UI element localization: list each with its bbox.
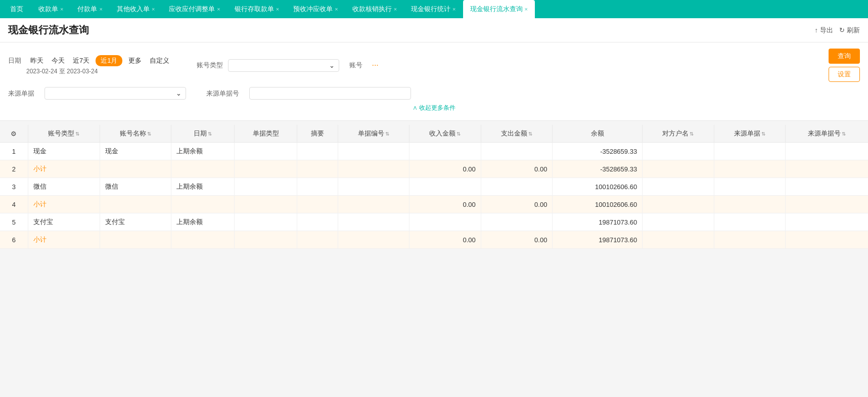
cell-balance: 100102606.60 (553, 178, 643, 196)
cell-expendAmt (481, 143, 553, 160)
cell-balance: -3528659.33 (553, 143, 643, 160)
refresh-label: 刷新 (847, 26, 860, 35)
cell-summary (297, 213, 338, 231)
nav-tab-close[interactable]: × (60, 0, 63, 18)
col-header-sourceDocNo[interactable]: 来源单据号⇅ (786, 125, 868, 143)
nav-tab-应收应付调整单[interactable]: 应收应付调整单× (162, 0, 227, 18)
top-nav: 首页 收款单×付款单×其他收入单×应收应付调整单×银行存取款单×预收冲应收单×收… (0, 0, 868, 18)
filter-area: 日期 昨天今天近7天近1月更多自定义 2023-02-24 至 2023-03-… (0, 42, 868, 121)
account-dots-button[interactable]: ··· (370, 61, 380, 70)
cell-counterparty (643, 160, 714, 178)
cell-accountName (100, 160, 171, 178)
cell-accountName (100, 196, 171, 213)
col-header-accountType[interactable]: 账号类型⇅ (28, 125, 100, 143)
gear-icon[interactable]: ⚙ (11, 130, 17, 138)
sort-icon: ⇅ (456, 131, 461, 137)
nav-tab-close[interactable]: × (335, 0, 338, 18)
nav-tab-付款单[interactable]: 付款单× (70, 0, 109, 18)
nav-tab-收款核销执行[interactable]: 收款核销执行× (345, 0, 404, 18)
cell-index: 4 (0, 196, 28, 213)
col-label: 对方户名 (662, 129, 689, 137)
col-header-counterparty[interactable]: 对方户名⇅ (643, 125, 714, 143)
cell-sourceDocNo (786, 213, 868, 231)
cell-sourceDocNo (786, 178, 868, 196)
cell-index: 5 (0, 213, 28, 231)
source-doc-select[interactable]: ⌄ (44, 87, 186, 100)
sort-icon: ⇅ (690, 131, 694, 137)
date-option-今天[interactable]: 今天 (50, 55, 67, 66)
col-header-expendAmt[interactable]: 支出金额⇅ (481, 125, 553, 143)
nav-tab-银行存取款单[interactable]: 银行存取款单× (227, 0, 286, 18)
refresh-button[interactable]: ↻ 刷新 (839, 26, 860, 35)
col-label: 来源单据 (734, 129, 760, 137)
cell-summary (297, 196, 338, 213)
nav-tab-label: 付款单 (77, 0, 97, 18)
col-label: 单据类型 (253, 129, 279, 137)
nav-tab-close[interactable]: × (99, 0, 102, 18)
cell-counterparty (643, 178, 714, 196)
query-button[interactable]: 查询 (829, 49, 860, 64)
cell-expendAmt: 0.00 (481, 231, 553, 249)
source-doc-no-label: 来源单据号 (206, 89, 239, 98)
nav-tab-收款单[interactable]: 收款单× (31, 0, 70, 18)
sort-icon: ⇅ (761, 131, 765, 137)
cell-summary (297, 231, 338, 249)
col-header-accountName[interactable]: 账号名称⇅ (100, 125, 171, 143)
table-row: 2小计0.000.00-3528659.33 (0, 160, 868, 178)
nav-tab-close[interactable]: × (152, 0, 155, 18)
export-label: 导出 (820, 26, 833, 35)
nav-tab-现金银行流水查询[interactable]: 现金银行流水查询× (463, 0, 535, 18)
nav-tab-预收冲应收单[interactable]: 预收冲应收单× (286, 0, 345, 18)
nav-tab-现金银行统计[interactable]: 现金银行统计× (404, 0, 463, 18)
date-option-近1月[interactable]: 近1月 (96, 55, 122, 66)
settings-button[interactable]: 设置 (829, 67, 860, 82)
nav-tab-label: 现金银行流水查询 (470, 0, 523, 18)
source-doc-no-input[interactable] (249, 87, 411, 100)
export-button[interactable]: ↑ 导出 (815, 26, 834, 35)
nav-tab-close[interactable]: × (217, 0, 220, 18)
nav-tab-label: 银行存取款单 (235, 0, 274, 18)
date-option-自定义[interactable]: 自定义 (148, 55, 171, 66)
col-header-sourceDoc[interactable]: 来源单据⇅ (714, 125, 786, 143)
col-header-summary: 摘要 (297, 125, 338, 143)
cell-docType (234, 178, 297, 196)
col-label: 账号类型 (48, 129, 74, 137)
nav-tab-close[interactable]: × (394, 0, 397, 18)
sort-icon: ⇅ (75, 131, 79, 137)
nav-home[interactable]: 首页 (2, 0, 31, 18)
source-doc-label: 来源单据 (8, 89, 34, 98)
date-option-近7天[interactable]: 近7天 (71, 55, 92, 66)
collapse-bar[interactable]: ∧ 收起更多条件 (8, 102, 860, 114)
cell-docNo (338, 178, 409, 196)
export-icon: ↑ (815, 26, 818, 34)
table-row: 3微信微信上期余额100102606.60 (0, 178, 868, 196)
nav-tab-close[interactable]: × (276, 0, 279, 18)
nav-tab-close[interactable]: × (452, 0, 455, 18)
cell-summary (297, 143, 338, 160)
subtotal-label: 小计 (33, 165, 47, 172)
date-option-昨天[interactable]: 昨天 (28, 55, 45, 66)
nav-tab-close[interactable]: × (525, 0, 528, 18)
cell-date (171, 231, 235, 249)
col-header-date[interactable]: 日期⇅ (171, 125, 235, 143)
col-header-incomeAmt[interactable]: 收入金额⇅ (409, 125, 481, 143)
cell-incomeAmt: 0.00 (409, 160, 481, 178)
cell-sourceDoc (714, 143, 786, 160)
nav-tab-label: 其他收入单 (117, 0, 150, 18)
nav-tab-label: 收款单 (38, 0, 58, 18)
table-row: 4小计0.000.00100102606.60 (0, 196, 868, 213)
account-type-select[interactable]: ⌄ (228, 59, 339, 72)
cell-accountName: 微信 (100, 178, 171, 196)
cell-date: 上期余额 (171, 143, 235, 160)
col-header-balance: 余额 (553, 125, 643, 143)
col-header-docNo[interactable]: 单据编号⇅ (338, 125, 409, 143)
col-label: 摘要 (311, 129, 324, 137)
cell-index: 1 (0, 143, 28, 160)
cell-accountType: 现金 (28, 143, 100, 160)
cell-expendAmt (481, 213, 553, 231)
date-option-更多[interactable]: 更多 (126, 55, 144, 66)
nav-tab-其他收入单[interactable]: 其他收入单× (110, 0, 162, 18)
cell-date: 上期余额 (171, 178, 235, 196)
cell-balance: 19871073.60 (553, 213, 643, 231)
cell-docNo (338, 213, 409, 231)
